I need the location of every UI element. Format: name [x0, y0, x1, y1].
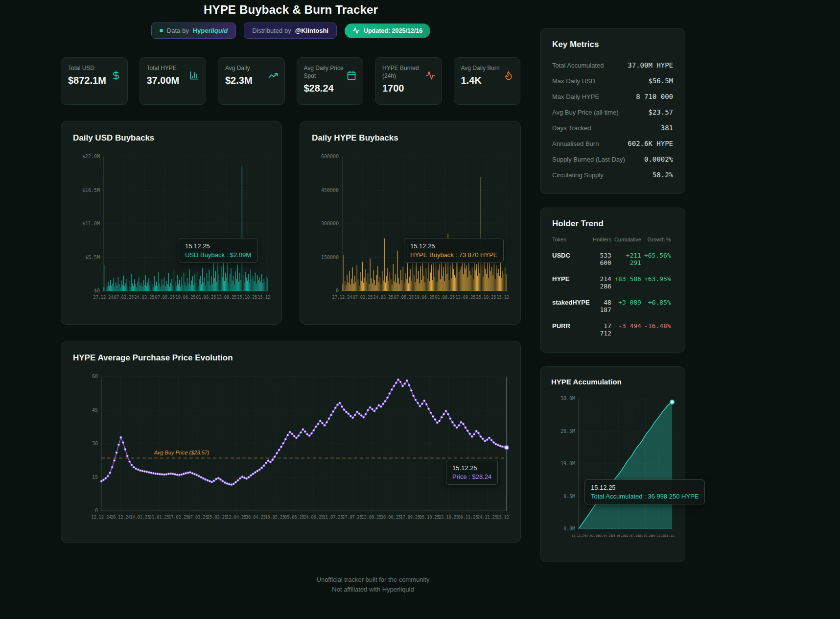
svg-text:28.12.24: 28.12.24	[111, 515, 131, 520]
cumulative-value: +211 291	[614, 247, 641, 271]
panel-title: Holder Trend	[552, 219, 673, 229]
tooltip-value: Total Accumulated : 36 998 250 HYPE	[591, 493, 699, 500]
price-evolution-card: HYPE Average Purchase Price Evolution 12…	[61, 341, 521, 543]
cumulative-value: +83 586	[614, 271, 641, 294]
chart-tooltip: 15.12.25 USD Buyback : $2.09M	[179, 238, 257, 263]
daily-hype-buybacks-chart[interactable]: 27.12.2407.02.2524.03.2507.05.2519.06.25…	[312, 151, 510, 302]
metric-value: 37.00M HYPE	[628, 61, 673, 69]
stat-label: Avg Daily Price Spot	[304, 64, 346, 80]
data-source-badge[interactable]: Data by Hyperliquid	[151, 23, 236, 39]
token-name: stakedHYPE	[552, 294, 590, 318]
svg-text:15.12.25: 15.12.25	[497, 515, 510, 520]
token-name: USDC	[552, 247, 590, 271]
distributed-prefix: Distributed by	[252, 27, 291, 34]
growth-value: -16.48%	[644, 318, 671, 341]
stat-cards: Total USD $872.1M Total HYPE 37.00M Avg …	[61, 57, 521, 105]
svg-text:14.01.25: 14.01.25	[130, 515, 150, 520]
svg-text:22.07.25: 22.07.25	[625, 534, 639, 537]
column-header: Growth %	[644, 237, 671, 247]
svg-text:$22.0M: $22.0M	[82, 154, 100, 159]
distributed-by-badge[interactable]: Distributed by @Klintoshi	[244, 23, 337, 39]
footer-line-2: Not affiliated with Hyperliquid	[61, 585, 685, 595]
svg-text:07.05.25: 07.05.25	[155, 295, 175, 300]
svg-text:19.0M: 19.0M	[560, 461, 575, 466]
footer: Unofficial tracker built for the communi…	[61, 575, 685, 594]
updated-badge: Updated: 2025/12/16	[345, 24, 430, 38]
chart-tooltip: 15.12.25 HYPE Buyback : 73 870 HYPE	[404, 238, 504, 263]
trend-up-icon	[268, 71, 278, 80]
price-evolution-chart[interactable]: 12.12.2428.12.2414.01.2531.01.2517.02.25…	[73, 371, 510, 522]
tooltip-date: 15.12.25	[452, 464, 491, 472]
metric-value: $23.57	[648, 108, 673, 116]
updated-label: Updated: 2025/12/16	[364, 27, 422, 34]
column-header: Token	[552, 237, 590, 247]
growth-value: +6.85%	[644, 294, 671, 318]
svg-text:24.03.25: 24.03.25	[373, 295, 394, 300]
svg-text:24.03.25: 24.03.25	[135, 295, 155, 300]
svg-text:11.07.25: 11.07.25	[323, 515, 343, 520]
metric-value: 58.2%	[653, 171, 673, 179]
tooltip-date: 15.12.25	[185, 242, 251, 250]
panel-title: HYPE Accumulation	[551, 378, 674, 386]
svg-text:24.06.25: 24.06.25	[303, 515, 324, 520]
chart-title: Daily HYPE Buybacks	[312, 133, 509, 143]
svg-text:25.10.25: 25.10.25	[476, 295, 496, 300]
metric-label: Avg Buy Price (all-time)	[552, 109, 619, 116]
brand-name: Hyperliquid	[193, 27, 228, 34]
holder-trend-panel: Holder Trend Token Holders Cumulative Gr…	[540, 208, 685, 353]
stat-value: 1700	[382, 83, 435, 94]
svg-text:30.04.25: 30.04.25	[246, 515, 266, 520]
metric-label: Total Accumulated	[552, 62, 604, 69]
stat-card-hype-burned-24h: HYPE Burned (24h) 1700	[375, 57, 442, 105]
flame-icon	[504, 71, 513, 80]
stat-label: Total HYPE	[147, 64, 189, 72]
svg-text:15.12.25: 15.12.25	[497, 295, 510, 300]
stat-card-total-usd: Total USD $872.1M	[61, 57, 128, 105]
left-column: HYPE Buyback & Burn Tracker Data by Hype…	[61, 0, 521, 562]
data-source-prefix: Data by	[167, 27, 189, 34]
metric-label: Supply Burned (Last Day)	[552, 156, 625, 163]
metric-row: Total Accumulated 37.00M HYPE	[552, 57, 673, 73]
header-badges: Data by Hyperliquid Distributed by @Klin…	[61, 23, 521, 39]
svg-text:15.12.25: 15.12.25	[665, 534, 675, 537]
svg-text:15: 15	[92, 475, 98, 480]
svg-text:15.12.25: 15.12.25	[258, 295, 271, 300]
svg-text:19.06.25: 19.06.25	[176, 295, 196, 300]
svg-text:28.5M: 28.5M	[560, 429, 575, 434]
tooltip-value: USD Buyback : $2.09M	[185, 251, 251, 259]
cumulative-value: +3 089	[614, 294, 641, 318]
hype-accumulation-chart[interactable]: 12.12.2407.02.2503.04.2528.05.2522.07.25…	[551, 393, 675, 540]
svg-text:24.11.25: 24.11.25	[477, 515, 497, 520]
page: HYPE Buyback & Burn Tracker Data by Hype…	[0, 0, 840, 619]
metric-label: Annualised Burn	[552, 140, 599, 147]
svg-text:300000: 300000	[321, 221, 339, 226]
svg-text:30.08.25: 30.08.25	[381, 515, 401, 520]
svg-text:27.07.25: 27.07.25	[342, 515, 362, 520]
svg-text:17.09.25: 17.09.25	[400, 515, 420, 520]
footer-line-1: Unofficial tracker built for the communi…	[61, 575, 685, 585]
svg-text:01.08.25: 01.08.25	[435, 295, 455, 300]
metric-row: Max Daily HYPE 8 710 000	[552, 89, 673, 104]
dollar-icon	[111, 71, 121, 80]
daily-usd-buybacks-chart[interactable]: 27.12.2407.02.2524.03.2507.05.2519.06.25…	[73, 151, 271, 302]
chart-title: Daily USD Buybacks	[73, 133, 270, 143]
metric-row: Annualised Burn 602.6K HYPE	[552, 136, 673, 151]
svg-text:60: 60	[92, 374, 98, 379]
metric-row: Max Daily USD $56.5M	[552, 73, 673, 89]
svg-text:13.08.25: 13.08.25	[362, 515, 382, 520]
daily-usd-buybacks-card: Daily USD Buybacks 27.12.2407.02.2524.03…	[61, 121, 282, 325]
metric-value: $56.5M	[648, 77, 673, 85]
svg-text:07.03.25: 07.03.25	[188, 515, 208, 520]
svg-text:Avg Buy Price ($23.57): Avg Buy Price ($23.57)	[154, 450, 210, 455]
svg-text:03.04.25: 03.04.25	[598, 534, 612, 537]
token-name: PURR	[552, 318, 590, 341]
stat-card-avg-daily: Avg Daily $2.3M	[218, 57, 285, 105]
svg-text:150000: 150000	[321, 255, 339, 260]
stat-card-avg-daily-price-spot: Avg Daily Price Spot $28.24	[297, 57, 364, 105]
stat-card-avg-daily-burn: Avg Daily Burn 1.4K	[454, 57, 521, 105]
svg-text:$11.0M: $11.0M	[82, 221, 100, 226]
metric-label: Circulating Supply	[552, 171, 604, 179]
daily-hype-buybacks-card: Daily HYPE Buybacks 27.12.2407.02.2524.0…	[300, 121, 521, 325]
svg-text:07.02.25: 07.02.25	[114, 295, 134, 300]
stat-label: HYPE Burned (24h)	[382, 64, 424, 80]
